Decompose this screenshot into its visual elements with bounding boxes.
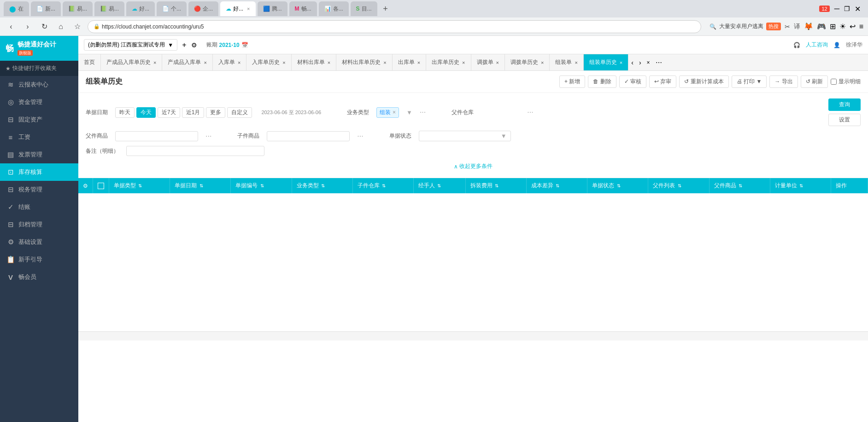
sidebar-item-funds[interactable]: ◎ 资金管理 — [0, 93, 78, 111]
export-button[interactable]: → 导出 — [769, 75, 798, 88]
th-bill-type[interactable]: 单据类型 ⇅ — [109, 178, 170, 193]
tab-transfer[interactable]: 调拨单× — [471, 54, 505, 71]
select-all-checkbox[interactable] — [98, 183, 104, 189]
tab-close-icon[interactable]: × — [462, 60, 465, 65]
tab-close-icon[interactable]: × — [417, 60, 420, 65]
week-btn[interactable]: 近7天 — [158, 107, 180, 118]
sidebar-item-member[interactable]: V 畅会员 — [0, 268, 78, 286]
browser-tab-4[interactable]: 📗 易... — [94, 1, 124, 16]
browser-tab-11[interactable]: 📊 各... — [319, 1, 349, 16]
business-type-dropdown-icon[interactable]: ▼ — [406, 109, 412, 116]
service-label[interactable]: 人工咨询 — [806, 41, 828, 49]
today-btn[interactable]: 今天 — [136, 107, 156, 118]
show-detail-checkbox[interactable]: 显示明细 — [831, 78, 861, 86]
print-button[interactable]: 🖨 打印 ▼ — [732, 75, 767, 88]
home-button[interactable]: ⌂ — [54, 20, 67, 33]
browser-tab-12[interactable]: S 目... — [351, 1, 377, 16]
tab-transfer-history[interactable]: 调拨单历史× — [505, 54, 550, 71]
gear-icon[interactable]: ⚙ — [191, 41, 197, 49]
tab-out[interactable]: 出库单× — [393, 54, 426, 71]
tab-close-icon[interactable]: × — [620, 60, 622, 65]
new-tab-button[interactable]: + — [379, 2, 392, 15]
tab-left-nav-icon[interactable]: ‹ — [628, 54, 636, 71]
sidebar-item-reports[interactable]: ≋ 云报表中心 — [0, 76, 78, 93]
tab-right-nav-icon[interactable]: › — [636, 54, 644, 71]
query-button[interactable]: 查询 — [828, 98, 861, 111]
tab-home[interactable]: 首页 — [78, 54, 101, 71]
search-bar[interactable]: 🔍 大量安卓用户逃离 热搜 — [710, 23, 781, 30]
parent-warehouse-more-icon[interactable]: ··· — [527, 108, 533, 116]
window-close-icon[interactable]: ✕ — [855, 5, 861, 13]
new-button[interactable]: + 新增 — [559, 75, 585, 88]
th-cost-diff[interactable]: 成本差异 ⇅ — [527, 178, 587, 193]
th-unit[interactable]: 计量单位 ⇅ — [770, 178, 831, 193]
tab-out-history[interactable]: 出库单历史× — [426, 54, 471, 71]
tab-finished-in-history[interactable]: 产成品入库单历史× — [101, 54, 162, 71]
tab-close-icon[interactable]: × — [383, 60, 386, 65]
browser-tab-5[interactable]: ☁ 好... — [126, 1, 155, 16]
tab-close-icon[interactable]: × — [541, 60, 544, 65]
tab-close-icon[interactable]: × — [204, 60, 206, 65]
horizontal-scrollbar[interactable] — [78, 331, 868, 341]
tab-in-history[interactable]: 入库单历史× — [246, 54, 291, 71]
th-bill-date[interactable]: 单据日期 ⇅ — [170, 178, 231, 193]
sidebar-item-settings[interactable]: ⚙ 基础设置 — [0, 233, 78, 251]
custom-btn[interactable]: 自定义 — [227, 107, 252, 118]
sidebar-item-fixed-assets[interactable]: ⊟ 固定资产 — [0, 111, 78, 128]
window-minimize-icon[interactable]: ─ — [834, 5, 839, 13]
tab-assembly[interactable]: 组装单× — [550, 54, 583, 71]
sidebar-item-checkout[interactable]: ✓ 结账 — [0, 198, 78, 216]
parent-goods-input[interactable] — [115, 131, 198, 141]
th-business-type[interactable]: 业务类型 ⇅ — [292, 178, 352, 193]
delete-button[interactable]: 🗑 删除 — [588, 75, 616, 88]
window-restore-icon[interactable]: ❐ — [844, 5, 850, 12]
th-parent-list[interactable]: 父件列表 ⇅ — [648, 178, 709, 193]
tab-close-icon[interactable]: × — [153, 60, 156, 65]
tab-8-close-icon[interactable]: × — [247, 6, 250, 12]
tab-more-icon[interactable]: ⋯ — [653, 54, 665, 71]
browser-tab-6[interactable]: 📄 个... — [157, 1, 187, 16]
sidebar-item-archive[interactable]: ⊟ 归档管理 — [0, 216, 78, 233]
tab-material-out[interactable]: 材料出库单× — [292, 54, 336, 71]
revoke-button[interactable]: ↩ 弃审 — [649, 75, 676, 88]
browser-tab-7[interactable]: 🔴 企... — [188, 1, 218, 16]
back-button[interactable]: ‹ — [5, 20, 18, 33]
company-selector[interactable]: (勿删勿禁用) 江西服宝测试专用 ▼ — [84, 39, 177, 51]
browser-tab-10[interactable]: M 畅... — [289, 1, 317, 16]
th-handler[interactable]: 经手人 ⇅ — [413, 178, 465, 193]
sidebar-item-salary[interactable]: ≡ 工资 — [0, 128, 78, 146]
tab-close-icon[interactable]: × — [496, 60, 499, 65]
reload-button[interactable]: ↻ — [38, 20, 51, 33]
th-disassembly-fee[interactable]: 拆装费用 ⇅ — [465, 178, 526, 193]
browser-tab-9[interactable]: 🟦 腾... — [258, 1, 287, 16]
gear-settings-icon[interactable]: ⚙ — [83, 183, 88, 189]
tab-close-icon[interactable]: × — [328, 60, 330, 65]
th-parent-goods[interactable]: 父件商品 ⇅ — [709, 178, 770, 193]
collapse-button[interactable]: ∧ 收起更多条件 — [454, 161, 493, 172]
browser-tab-3[interactable]: 📗 易... — [63, 1, 93, 16]
tab-material-out-history[interactable]: 材料出库单历史× — [336, 54, 392, 71]
tab-in[interactable]: 入库单× — [213, 54, 246, 71]
recalc-button[interactable]: ↺ 重新计算成本 — [679, 75, 728, 88]
address-bar[interactable]: 🔒 https://cloud.chanjet.com/accounting/u… — [88, 20, 701, 33]
browser-tab-2[interactable]: 📄 新... — [31, 1, 61, 16]
sidebar-item-inventory[interactable]: ⊡ 库存核算 — [0, 163, 78, 181]
yesterday-btn[interactable]: 昨天 — [115, 107, 135, 118]
tab-close-icon[interactable]: × — [238, 60, 240, 65]
sidebar-item-guide[interactable]: 📋 新手引导 — [0, 251, 78, 268]
th-child-warehouse[interactable]: 子件仓库 ⇅ — [352, 178, 413, 193]
bill-status-dropdown-icon[interactable]: ▼ — [501, 133, 507, 139]
tab-close-all-icon[interactable]: × — [644, 54, 653, 71]
tag-close-icon[interactable]: × — [393, 109, 396, 116]
parent-goods-more-icon[interactable]: ··· — [205, 132, 211, 140]
child-goods-more-icon[interactable]: ··· — [357, 132, 363, 140]
bookmark-button[interactable]: ☆ — [71, 20, 84, 33]
approve-button[interactable]: ✓ 审核 — [619, 75, 646, 88]
th-bill-status[interactable]: 单据状态 ⇅ — [587, 178, 648, 193]
menu-icon[interactable]: ≡ — [859, 23, 863, 31]
sidebar-item-invoice[interactable]: ▤ 发票管理 — [0, 146, 78, 163]
tab-close-icon[interactable]: × — [282, 60, 285, 65]
add-company-icon[interactable]: + — [182, 41, 186, 49]
settings-button[interactable]: 设置 — [828, 114, 861, 126]
show-detail-input[interactable] — [831, 79, 837, 85]
